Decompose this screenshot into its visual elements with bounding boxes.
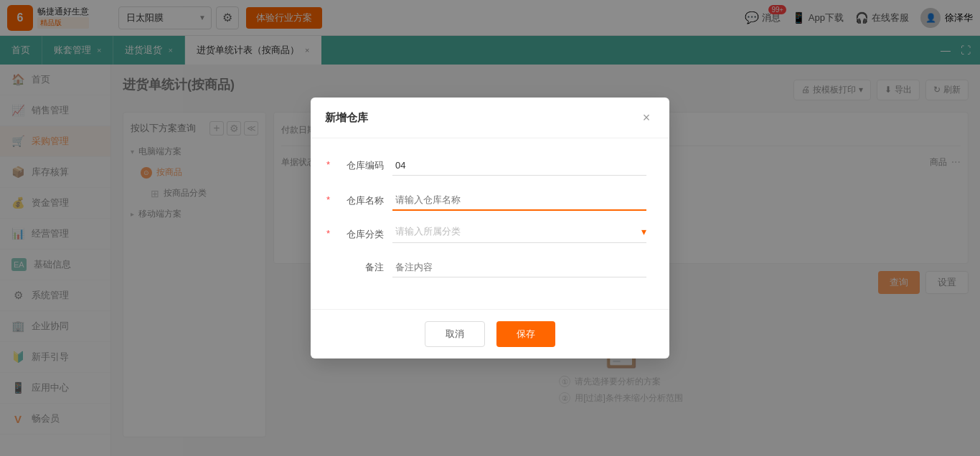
remark-input[interactable] xyxy=(392,257,646,277)
dialog-footer: 取消 保存 xyxy=(311,309,669,358)
dialog-header: 新增仓库 × xyxy=(311,98,669,138)
warehouse-code-input[interactable] xyxy=(392,156,646,176)
dialog-overlay[interactable]: 新增仓库 × 仓库编码 仓库名称 仓库分类 请输入所属分类 ▾ xyxy=(0,0,980,456)
warehouse-name-input[interactable] xyxy=(392,190,646,211)
category-select-row[interactable]: 请输入所属分类 ▾ xyxy=(392,225,646,243)
form-row-name: 仓库名称 xyxy=(334,190,646,211)
code-label: 仓库编码 xyxy=(334,159,384,172)
cancel-button[interactable]: 取消 xyxy=(425,321,485,347)
dialog-title: 新增仓库 xyxy=(325,111,368,125)
category-placeholder: 请输入所属分类 xyxy=(392,225,641,238)
form-row-remark: 备注 xyxy=(334,257,646,277)
category-label: 仓库分类 xyxy=(334,228,384,241)
form-row-code: 仓库编码 xyxy=(334,156,646,176)
dialog-body: 仓库编码 仓库名称 仓库分类 请输入所属分类 ▾ 备注 xyxy=(311,138,669,309)
remark-label: 备注 xyxy=(334,261,384,274)
save-button[interactable]: 保存 xyxy=(496,321,555,347)
name-label: 仓库名称 xyxy=(334,194,384,207)
category-arrow-icon: ▾ xyxy=(641,226,646,237)
form-row-category: 仓库分类 请输入所属分类 ▾ xyxy=(334,225,646,243)
new-warehouse-dialog: 新增仓库 × 仓库编码 仓库名称 仓库分类 请输入所属分类 ▾ xyxy=(311,98,669,358)
dialog-close-btn[interactable]: × xyxy=(638,109,655,126)
